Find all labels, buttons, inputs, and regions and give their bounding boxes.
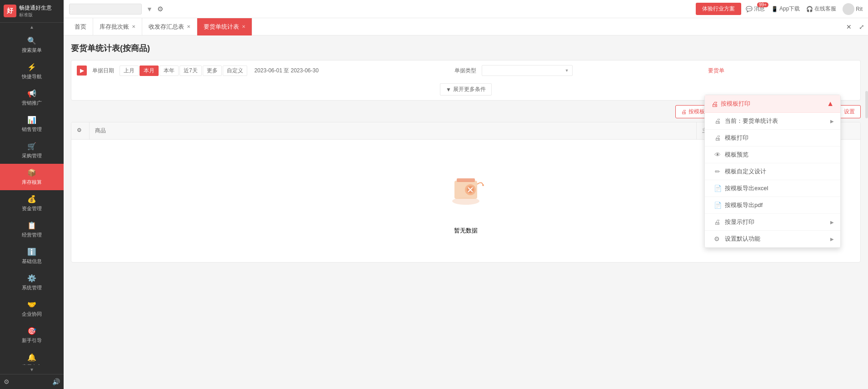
avatar	[843, 3, 854, 15]
tab-order-stats[interactable]: 要货单统计表 ✕	[197, 18, 252, 35]
type-select[interactable]	[482, 65, 573, 76]
dropdown-template-design[interactable]: ✏ 模板自定义设计	[705, 163, 840, 180]
tab-receipt-summary[interactable]: 收发存汇总表 ✕	[142, 18, 197, 35]
sidebar-item-marketing[interactable]: 📢 营销推广	[0, 85, 64, 111]
print-dropdown: 🖨 按模板打印 ▲ 🖨 当前：要货单统计表 ▶ 🖨 模板打印 👁 模板预览 ✏ …	[704, 95, 841, 248]
dropdown-display-print[interactable]: 🖨 按显示打印 ▶	[705, 214, 840, 231]
message-icon: 💬	[746, 6, 753, 12]
sidebar-item-finance[interactable]: 💰 资金管理	[0, 190, 64, 217]
sidebar-item-operation[interactable]: 📋 经营管理	[0, 217, 64, 243]
settings-btn[interactable]: 设置	[838, 105, 861, 118]
tab-receipt-summary-close[interactable]: ✕	[187, 24, 190, 29]
printer-icon: 🖨	[681, 109, 687, 115]
empty-illustration	[443, 167, 489, 221]
set-default-arrow: ▶	[830, 237, 834, 242]
sidebar-item-appstore[interactable]: 🔔 应用中心	[0, 349, 64, 365]
inventory-icon: 📦	[27, 168, 36, 177]
resize-window-btn[interactable]: ⤢	[855, 23, 868, 30]
app-download-icon: 📱	[771, 6, 778, 12]
appstore-icon: 🔔	[27, 353, 36, 362]
sidebar-item-search[interactable]: 🔍 搜索菜单	[0, 32, 64, 58]
header-settings-icon[interactable]: ⚙	[157, 5, 163, 13]
sidebar-footer: ⚙ 🔊	[0, 374, 64, 389]
goods-type-label: 要货单	[708, 67, 724, 75]
resize-handle[interactable]	[865, 91, 868, 118]
empty-text: 暂无数据	[454, 227, 478, 235]
set-default-icon: ⚙	[714, 235, 721, 242]
search-input[interactable]	[69, 4, 142, 15]
dropdown-set-default[interactable]: ⚙ 设置默认功能 ▶	[705, 231, 840, 248]
footer-speaker-icon[interactable]: 🔊	[52, 378, 60, 385]
th-settings[interactable]: ⚙	[71, 122, 90, 139]
display-print-icon: 🖨	[714, 218, 721, 226]
system-icon: ⚙️	[27, 274, 36, 283]
footer-settings-icon[interactable]: ⚙	[4, 378, 10, 385]
tab-batch-account-close[interactable]: ✕	[132, 24, 135, 29]
guide-icon: 🎯	[27, 327, 36, 335]
date-btn-this-month[interactable]: 本月	[140, 66, 159, 76]
svg-rect-2	[457, 178, 475, 182]
app-download-item[interactable]: 📱 App下载	[771, 5, 800, 13]
header-dropdown-arrow[interactable]: ▼	[146, 5, 153, 13]
sidebar: 好 畅捷通好生意 标准版 ▲ 🔍 搜索菜单 ⚡ 快捷导航 📢 营销推广 📊 销售…	[0, 0, 64, 389]
date-btn-more[interactable]: 更多	[203, 66, 222, 76]
dropdown-template-preview[interactable]: 👁 模板预览	[705, 147, 840, 163]
purchase-icon: 🛒	[27, 142, 36, 151]
tab-order-stats-close[interactable]: ✕	[242, 24, 245, 29]
sidebar-item-collab[interactable]: 🤝 企业协同	[0, 296, 64, 322]
date-filter-label: 单据日期	[92, 67, 114, 75]
user-avatar-item[interactable]: Rit	[843, 3, 863, 15]
date-btn-custom[interactable]: 自定义	[223, 66, 247, 76]
template-print-icon: 🖨	[714, 134, 721, 141]
app-logo-icon: 好	[4, 5, 16, 17]
sidebar-item-guide[interactable]: 🎯 新手引导	[0, 322, 64, 349]
date-btn-7days[interactable]: 近7天	[180, 66, 202, 76]
message-item[interactable]: 💬 消息 99+	[746, 5, 765, 13]
collab-icon: 🤝	[27, 300, 36, 309]
svg-point-7	[482, 184, 484, 186]
tab-home[interactable]: 首页	[68, 18, 93, 35]
page-title: 要货单统计表(按商品)	[71, 43, 861, 54]
dropdown-current-template[interactable]: 🖨 当前：要货单统计表 ▶	[705, 113, 840, 130]
dropdown-export-pdf[interactable]: 📄 按模板导出pdf	[705, 197, 840, 214]
date-buttons: 上月 本月 本年 近7天 更多 自定义	[120, 66, 247, 76]
service-icon: 🎧	[806, 6, 813, 12]
quick-nav-icon: ⚡	[27, 63, 36, 71]
sidebar-item-system[interactable]: ⚙️ 系统管理	[0, 269, 64, 296]
dropdown-template-print[interactable]: 🖨 模板打印	[705, 130, 840, 147]
tab-batch-account[interactable]: 库存批次账 ✕	[93, 18, 142, 35]
close-window-btn[interactable]: ✕	[843, 23, 855, 30]
top-right: 💬 消息 99+ 📱 App下载 🎧 在线客服 Rit	[746, 3, 863, 15]
expand-icon: ▼	[446, 86, 451, 93]
dropdown-export-excel[interactable]: 📄 按模板导出excel	[705, 180, 840, 197]
sidebar-item-purchase[interactable]: 🛒 采购管理	[0, 137, 64, 164]
sidebar-item-inventory[interactable]: 📦 库存核算	[0, 164, 64, 190]
operation-icon: 📋	[27, 221, 36, 230]
finance-icon: 💰	[27, 195, 36, 203]
sales-icon: 📊	[27, 116, 36, 124]
online-service-item[interactable]: 🎧 在线客服	[806, 5, 836, 13]
table-settings-icon[interactable]: ⚙	[77, 127, 82, 133]
template-preview-icon: 👁	[714, 151, 721, 158]
main-area: ▼ ⚙ 体验行业方案 💬 消息 99+ 📱 App下载 🎧 在线客服 Rit	[64, 0, 868, 389]
dropdown-header: 🖨 按模板打印 ▲	[705, 95, 840, 113]
date-btn-last-month[interactable]: 上月	[120, 66, 139, 76]
expand-more-btn[interactable]: ▼ 展开更多条件	[440, 83, 492, 96]
sidebar-item-basic[interactable]: ℹ️ 基础信息	[0, 243, 64, 269]
date-btn-this-year[interactable]: 本年	[160, 66, 179, 76]
message-badge: 99+	[757, 2, 768, 7]
dropdown-printer-icon: 🖨	[711, 100, 718, 108]
sidebar-scroll: 🔍 搜索菜单 ⚡ 快捷导航 📢 营销推广 📊 销售管理 🛒 采购管理 📦 库存核…	[0, 32, 64, 365]
dropdown-close-btn[interactable]: ▲	[827, 100, 834, 108]
sidebar-scroll-up[interactable]: ▲	[0, 23, 64, 32]
sidebar-item-quick-nav[interactable]: ⚡ 快捷导航	[0, 58, 64, 85]
sidebar-scroll-down[interactable]: ▼	[0, 365, 64, 374]
industry-btn[interactable]: 体验行业方案	[696, 3, 741, 15]
app-name: 畅捷通好生意 标准版	[19, 5, 52, 18]
filter-expand-icon[interactable]: ▶	[77, 66, 87, 76]
top-header: ▼ ⚙ 体验行业方案 💬 消息 99+ 📱 App下载 🎧 在线客服 Rit	[64, 0, 868, 18]
sidebar-item-sales[interactable]: 📊 销售管理	[0, 111, 64, 137]
date-range-display: 2023-06-01 至 2023-06-30	[254, 67, 319, 75]
display-print-arrow: ▶	[830, 220, 834, 225]
export-excel-icon: 📄	[714, 185, 721, 192]
